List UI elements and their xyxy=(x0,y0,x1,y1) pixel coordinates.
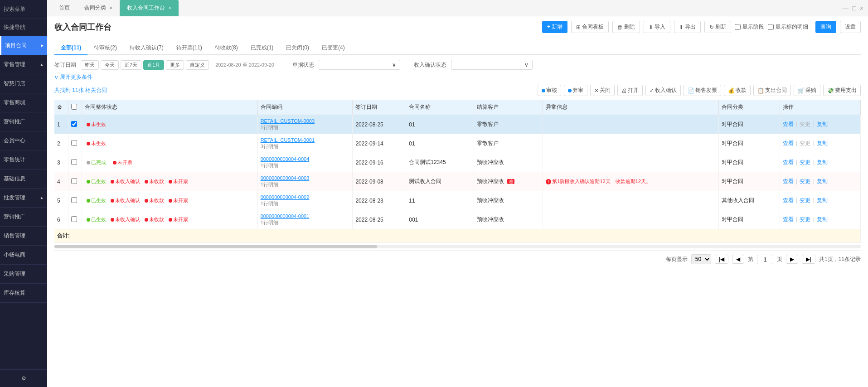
contract-code-link[interactable]: 0000000000004-0002 xyxy=(261,194,310,200)
row-checkbox[interactable] xyxy=(68,153,82,172)
query-button[interactable]: 查询 xyxy=(815,21,836,33)
horizontal-scrollbar[interactable] xyxy=(54,245,861,248)
filter-tab-pending-review[interactable]: 待审核(2) xyxy=(87,41,123,55)
sidebar-item-marketing[interactable]: 营销推广 xyxy=(0,112,47,131)
show-stage-checkbox[interactable]: 显示阶段 xyxy=(735,23,764,31)
expense-out-btn[interactable]: 📋 支出合同 xyxy=(753,85,791,96)
purchase-btn[interactable]: 🛒 采购 xyxy=(794,85,820,96)
audit-btn[interactable]: 审核 xyxy=(538,85,561,96)
add-button[interactable]: + 新增 xyxy=(542,21,567,33)
page-number-input[interactable] xyxy=(757,255,773,264)
sidebar-item-marketing2[interactable]: 营销推广 xyxy=(0,208,47,227)
next-page-btn[interactable]: ▶ xyxy=(786,255,798,264)
sidebar-item-ecommerce[interactable]: 小畅电商 xyxy=(0,246,47,265)
contract-code-link[interactable]: 0000000000004-0003 xyxy=(261,175,310,181)
delete-button[interactable]: 🗑 删除 xyxy=(612,21,640,33)
copy-link[interactable]: 复制 xyxy=(817,121,828,127)
prev-page-btn[interactable]: ◀ xyxy=(732,255,744,264)
th-checkbox[interactable] xyxy=(68,100,82,115)
row-checkbox[interactable] xyxy=(68,172,82,191)
doc-status-select[interactable]: ∨ xyxy=(319,60,400,70)
change-link[interactable]: 变更 xyxy=(800,178,810,184)
filter-tab-all[interactable]: 全部(11) xyxy=(54,41,87,55)
contract-code-link[interactable]: 0000000000004-0004 xyxy=(261,156,310,162)
change-link[interactable]: 变更 xyxy=(800,159,810,165)
view-link[interactable]: 查看 xyxy=(783,197,794,203)
close-contract-btn[interactable]: ✕ 关闭 xyxy=(590,85,615,96)
expand-more-btn[interactable]: ∨ 展开更多条件 xyxy=(54,73,861,81)
per-page-select[interactable]: 50 xyxy=(691,254,711,264)
copy-link[interactable]: 复制 xyxy=(817,159,828,165)
sidebar-nav[interactable]: 快捷导航 xyxy=(0,19,47,36)
sidebar-item-retail-stats[interactable]: 零售统计 xyxy=(0,150,47,169)
row-checkbox[interactable] xyxy=(68,134,82,153)
filter-tab-pending-collection[interactable]: 待收款(8) xyxy=(209,41,244,55)
view-link[interactable]: 查看 xyxy=(783,178,794,184)
today-btn[interactable]: 今天 xyxy=(101,60,119,70)
last-page-btn[interactable]: ▶| xyxy=(802,255,815,264)
tab-contract-category[interactable]: 合同分类 × xyxy=(77,0,120,16)
sidebar-search[interactable]: 搜索菜单 xyxy=(0,0,47,19)
abandon-btn[interactable]: 弃审 xyxy=(564,85,587,96)
sidebar-item-member[interactable]: 会员中心 xyxy=(0,131,47,150)
import-button[interactable]: ⬇ 导入 xyxy=(644,21,670,33)
filter-tab-pending-income-confirm[interactable]: 待收入确认(7) xyxy=(123,41,170,55)
view-link[interactable]: 查看 xyxy=(783,216,794,223)
view-link[interactable]: 查看 xyxy=(783,121,794,127)
sidebar-item-project-contract[interactable]: 项目合同 ▶ xyxy=(0,36,47,55)
th-settings[interactable]: ⚙ xyxy=(54,100,68,115)
settings-button[interactable]: 设置 xyxy=(840,21,861,33)
view-link[interactable]: 查看 xyxy=(783,159,794,165)
print-btn[interactable]: 🖨 打开 xyxy=(617,85,643,96)
export-button[interactable]: ⬆ 导出 xyxy=(674,21,701,33)
sidebar-settings[interactable]: ⚙ xyxy=(0,369,47,387)
maximize-icon[interactable]: □ xyxy=(852,5,856,12)
sidebar-item-retail-mgmt[interactable]: 零售管理 ▲ xyxy=(0,55,47,74)
copy-link[interactable]: 复制 xyxy=(817,178,828,184)
last1month-btn[interactable]: 近1月 xyxy=(143,60,164,70)
minimize-icon[interactable]: — xyxy=(842,5,849,12)
sidebar-item-purchase-mgmt[interactable]: 采购管理 xyxy=(0,265,47,284)
yesterday-btn[interactable]: 昨天 xyxy=(81,60,99,70)
tab-income-workbench[interactable]: 收入合同工作台 × xyxy=(120,0,179,16)
filter-tab-closed[interactable]: 已关闭(0) xyxy=(280,41,315,55)
custom-btn[interactable]: 自定义 xyxy=(186,60,209,70)
last7days-btn[interactable]: 近7天 xyxy=(121,60,141,70)
contract-code-link[interactable]: 0000000000004-0001 xyxy=(261,213,310,219)
tab-close-contract-category[interactable]: × xyxy=(110,5,112,10)
income-confirm-btn[interactable]: ✓ 收入确认 xyxy=(645,85,681,96)
filter-tab-pending-invoice[interactable]: 待开票(11) xyxy=(170,41,209,55)
contract-code-link[interactable]: RETAIL_CUSTOM-0001 xyxy=(261,137,315,143)
sidebar-item-inventory[interactable]: 库存核算 xyxy=(0,284,47,303)
contract-code-link[interactable]: RETAIL_CUSTOM-0003 xyxy=(261,118,315,124)
refresh-button[interactable]: ↻ 刷新 xyxy=(704,21,731,33)
sidebar-item-smart-store[interactable]: 智慧门店 xyxy=(0,74,47,93)
sidebar-item-retail-mall[interactable]: 零售商城 xyxy=(0,93,47,112)
view-link[interactable]: 查看 xyxy=(783,140,794,146)
filter-tab-completed[interactable]: 已完成(1) xyxy=(244,41,280,55)
copy-link[interactable]: 复制 xyxy=(817,197,828,203)
fee-out-btn[interactable]: 💸 费用支出 xyxy=(823,85,861,96)
sidebar-item-basic-info[interactable]: 基础信息 xyxy=(0,169,47,189)
change-link[interactable]: 变更 xyxy=(800,197,810,203)
change-link[interactable]: 变更 xyxy=(800,216,810,223)
more-btn[interactable]: 更多 xyxy=(166,60,184,70)
sales-invoice-btn[interactable]: 📄 销售发票 xyxy=(684,85,721,96)
income-confirm-select[interactable]: ∨ xyxy=(451,60,533,70)
sidebar-item-wholesale-mgmt[interactable]: 批发管理 ▲ xyxy=(0,189,47,208)
change-link[interactable]: 变更 xyxy=(800,140,810,146)
change-link[interactable]: 变更 xyxy=(800,121,810,127)
show-detail-checkbox[interactable]: 显示标的明细 xyxy=(768,23,808,31)
first-page-btn[interactable]: |◀ xyxy=(715,255,728,264)
tab-close-income-workbench[interactable]: × xyxy=(169,5,171,10)
row-checkbox[interactable] xyxy=(68,210,82,229)
tab-home[interactable]: 首页 xyxy=(52,0,77,16)
collection-btn[interactable]: 💰 收款 xyxy=(724,85,751,96)
filter-tab-changed[interactable]: 已变更(4) xyxy=(315,41,351,55)
sidebar-item-sales-mgmt[interactable]: 销售管理 xyxy=(0,227,47,246)
row-checkbox[interactable] xyxy=(68,191,82,210)
close-icon[interactable]: × xyxy=(860,5,863,12)
dashboard-button[interactable]: ⊞ 合同看板 xyxy=(571,21,609,33)
copy-link[interactable]: 复制 xyxy=(817,216,828,223)
copy-link[interactable]: 复制 xyxy=(817,140,828,146)
